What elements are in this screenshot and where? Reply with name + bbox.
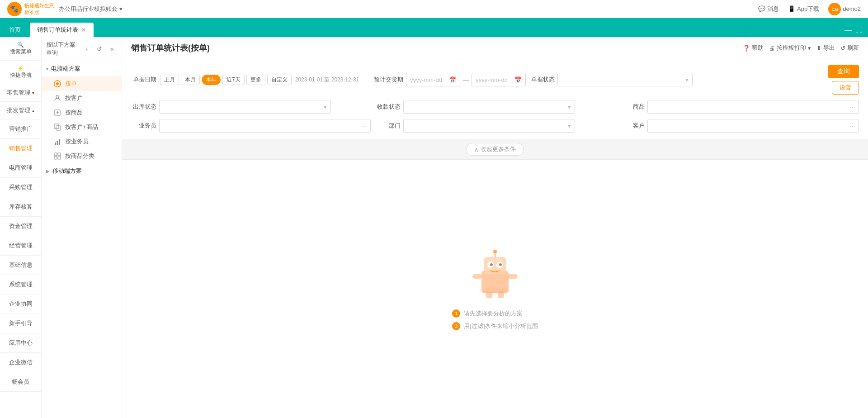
sidebar-item-app-center[interactable]: 应用中心 <box>0 333 41 353</box>
empty-tip-1: 1 请先选择要分析的方案 <box>452 309 538 318</box>
search-button[interactable]: 查询 <box>828 65 859 78</box>
mobile-scheme-group: ▶ 移动端方案 <box>42 163 122 179</box>
delivery-start-input[interactable]: yyyy-mm-dd 📅 <box>406 73 460 86</box>
empty-tips: 1 请先选择要分析的方案 2 用[过滤]条件来缩小分析范围 <box>452 309 538 330</box>
date-btn-custom[interactable]: 自定义 <box>267 75 292 85</box>
top-bar-right: 💬 消息 📱 App下载 Ea demo2 <box>758 3 861 15</box>
svg-rect-11 <box>54 157 57 159</box>
svg-rect-7 <box>57 141 58 145</box>
message-button[interactable]: 💬 消息 <box>758 5 779 13</box>
sidebar-item-corp[interactable]: 企业协同 <box>0 294 41 314</box>
tip-num-2-icon: 2 <box>452 322 460 330</box>
sidebar-item-ecommerce[interactable]: 电商管理 <box>0 158 41 178</box>
scheme-by-customer[interactable]: 按客户 <box>42 91 122 105</box>
settings-button[interactable]: 设置 <box>832 81 859 95</box>
empty-state-icon <box>468 248 522 302</box>
search-icon: 🔍 <box>17 42 24 48</box>
logo-text: 畅捷通好生意 标准版 <box>24 2 54 15</box>
tab-minimize-icon[interactable]: — <box>844 26 852 34</box>
date-btn-more[interactable]: 更多 <box>246 75 265 85</box>
refresh-button[interactable]: ↺ 刷新 <box>840 44 859 52</box>
tip-num-1-icon: 1 <box>452 309 460 318</box>
sidebar-item-wholesale[interactable]: 批发管理 ▴ <box>0 102 41 119</box>
filter-area: 单据日期 上月 本月 本年 近7天 更多 自定义 2023-01-01 至 20… <box>122 58 868 139</box>
dept-select[interactable]: ▾ <box>403 119 575 133</box>
sidebar-item-basic[interactable]: 基础信息 <box>0 256 41 275</box>
tab-maximize-icon[interactable]: ⛶ <box>855 26 863 34</box>
sidebar-item-operation[interactable]: 经营管理 <box>0 236 41 256</box>
tab-sales-order-stat[interactable]: 销售订单统计表 ✕ <box>30 23 94 37</box>
logo-area: 🐾 畅捷通好生意 标准版 <box>7 2 54 16</box>
app-selector[interactable]: 办公用品行业模拟账套 ▾ <box>59 5 123 13</box>
date-btn-7days[interactable]: 近7天 <box>222 75 245 85</box>
svg-point-18 <box>490 263 493 266</box>
sidebar-item-corp-wechat[interactable]: 企业微信 <box>0 353 41 372</box>
sidebar-item-marketing[interactable]: 营销推广 <box>0 119 41 139</box>
app-download-button[interactable]: 📱 App下载 <box>788 5 819 13</box>
collapse-up-icon: ∧ <box>474 146 479 153</box>
bill-status-arrow-icon: ▾ <box>685 76 689 83</box>
pc-scheme-group: ▾ 电脑端方案 按单 按客户 <box>42 61 122 163</box>
svg-rect-4 <box>54 124 59 128</box>
user-menu[interactable]: Ea demo2 <box>828 3 861 15</box>
calendar-end-icon: 📅 <box>514 76 522 83</box>
scheme-by-cust-goods[interactable]: 按客户+商品 <box>42 120 122 134</box>
content-area: 按以下方案查询 + ↺ « ▾ 电脑端方案 <box>42 37 868 418</box>
tab-home[interactable]: 首页 <box>2 23 28 37</box>
pc-scheme-group-title[interactable]: ▾ 电脑端方案 <box>42 61 122 76</box>
add-scheme-button[interactable]: + <box>82 44 92 54</box>
ship-status-label: 出库状态 <box>131 103 156 111</box>
scheme-by-salesman[interactable]: 按业务员 <box>42 134 122 149</box>
svg-point-2 <box>56 95 59 98</box>
refresh-scheme-button[interactable]: ↺ <box>94 44 104 54</box>
sidebar-item-sales[interactable]: 销售管理 <box>0 139 41 158</box>
date-btn-last-month[interactable]: 上月 <box>160 75 179 85</box>
ship-status-select[interactable]: ▾ <box>159 100 331 114</box>
goods-input[interactable]: ··· <box>647 100 859 114</box>
empty-tip-2: 2 用[过滤]条件来缩小分析范围 <box>452 322 538 330</box>
right-panel: 销售订单统计表(按单) ❓ 帮助 🖨 按模板打印 ▾ ⬇ 导出 <box>122 37 868 418</box>
scheme-by-order[interactable]: 按单 <box>42 76 122 91</box>
page-header: 销售订单统计表(按单) ❓ 帮助 🖨 按模板打印 ▾ ⬇ 导出 <box>122 37 868 58</box>
main-layout: 🔍 搜索菜单 ⚡ 快捷导航 零售管理 ▾ 批发管理 ▴ 营销推广 销售管理 电商… <box>0 37 868 418</box>
receipt-status-label: 收款状态 <box>375 103 401 111</box>
help-button[interactable]: ❓ 帮助 <box>743 44 764 52</box>
delivery-end-input[interactable]: yyyy-mm-dd 📅 <box>472 73 526 86</box>
customer-input[interactable]: ··· <box>647 119 859 133</box>
app-selector-arrow-icon: ▾ <box>119 5 123 12</box>
retail-arrow-icon: ▾ <box>32 90 34 95</box>
sidebar-quick-nav[interactable]: ⚡ 快捷导航 <box>0 61 41 84</box>
date-btn-this-year[interactable]: 本年 <box>202 75 221 85</box>
template-print-button[interactable]: 🖨 按模板打印 ▾ <box>769 44 811 52</box>
by-customer-icon <box>53 94 61 102</box>
sidebar-item-inventory[interactable]: 库存核算 <box>0 197 41 217</box>
sidebar-item-system[interactable]: 系统管理 <box>0 275 41 294</box>
download-icon: 📱 <box>788 5 795 12</box>
export-button[interactable]: ⬇ 导出 <box>816 44 835 52</box>
tab-close-icon[interactable]: ✕ <box>81 26 86 33</box>
mobile-scheme-group-title[interactable]: ▶ 移动端方案 <box>42 163 122 179</box>
bill-date-label: 单据日期 <box>131 76 156 84</box>
sidebar-search[interactable]: 🔍 搜索菜单 <box>0 37 41 61</box>
svg-rect-8 <box>59 139 60 145</box>
goods-ellipsis-icon: ··· <box>850 104 855 110</box>
calendar-start-icon: 📅 <box>449 76 456 83</box>
scheme-by-goods[interactable]: 按商品 <box>42 105 122 120</box>
receipt-status-arrow-icon: ▾ <box>568 104 571 110</box>
sidebar-item-purchase[interactable]: 采购管理 <box>0 178 41 197</box>
sidebar-item-finance[interactable]: 资金管理 <box>0 217 41 236</box>
by-goods-cat-icon <box>53 152 61 160</box>
sidebar-item-member[interactable]: 畅会员 <box>0 372 41 392</box>
salesman-input[interactable]: ··· <box>159 119 371 133</box>
svg-point-19 <box>499 263 502 266</box>
collapse-panel-button[interactable]: « <box>107 44 117 54</box>
sidebar-item-retail[interactable]: 零售管理 ▾ <box>0 84 41 102</box>
plus-icon: + <box>85 45 89 52</box>
receipt-status-select[interactable]: ▾ <box>403 100 575 114</box>
collapse-conditions-button[interactable]: ∧ 收起更多条件 <box>467 143 524 156</box>
sidebar-item-newbie[interactable]: 新手引导 <box>0 314 41 333</box>
date-btn-this-month[interactable]: 本月 <box>181 75 200 85</box>
bill-status-select[interactable]: ▾ <box>557 73 692 86</box>
svg-point-1 <box>56 82 59 85</box>
scheme-by-goods-cat[interactable]: 按商品分类 <box>42 149 122 163</box>
